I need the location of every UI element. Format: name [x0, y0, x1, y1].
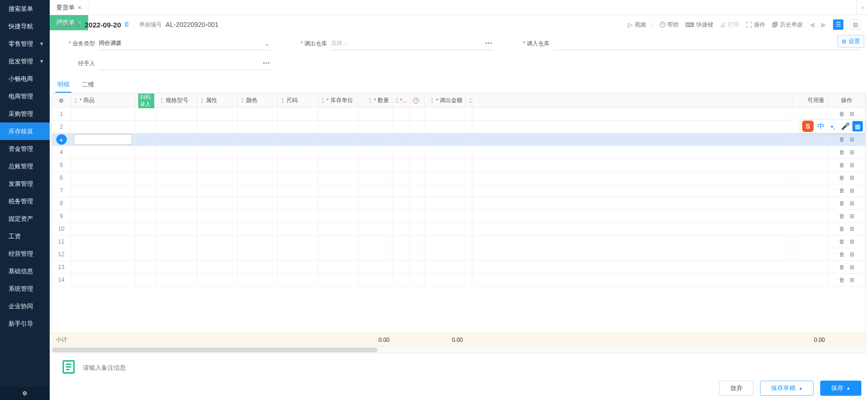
cell-info[interactable]	[410, 121, 425, 133]
cell-spec[interactable]	[157, 184, 197, 197]
cell-available[interactable]	[792, 108, 828, 120]
sidebar-item-15[interactable]: 基础信息	[0, 262, 50, 280]
cell-available[interactable]	[792, 235, 828, 248]
delete-row-icon[interactable]: 🗑	[839, 277, 845, 283]
cell-qty[interactable]	[358, 210, 392, 222]
cell-size[interactable]	[278, 184, 318, 197]
cell-unit[interactable]	[318, 146, 358, 158]
cell-scan[interactable]	[135, 121, 157, 133]
cell-info[interactable]	[410, 108, 425, 120]
cell-spec[interactable]	[157, 172, 197, 184]
cell-scan[interactable]	[135, 197, 157, 209]
table-row[interactable]: 10🗑⊞	[52, 223, 866, 235]
cell-amount[interactable]	[425, 159, 466, 171]
sidebar-item-13[interactable]: 工资	[0, 227, 50, 245]
in-warehouse-select[interactable]: •••	[553, 37, 860, 50]
col-short[interactable]: ▲▼*...	[392, 94, 410, 107]
video-link[interactable]: ▷视频	[628, 21, 646, 29]
cell-size[interactable]	[278, 223, 318, 235]
cell-size[interactable]	[278, 274, 318, 286]
cell-attr[interactable]	[197, 184, 238, 197]
ime-toolbar[interactable]: S 中 •, 🎤 ▦	[800, 119, 865, 133]
cell-size[interactable]	[278, 197, 318, 209]
delete-row-icon[interactable]: 🗑	[839, 187, 845, 194]
tab-1[interactable]: 要货单×	[50, 0, 89, 15]
cell-info[interactable]	[410, 274, 425, 286]
cell-amount[interactable]	[425, 210, 466, 222]
cell-scan[interactable]	[135, 159, 157, 171]
copy-row-icon[interactable]: ⊞	[850, 111, 854, 117]
copy-row-icon[interactable]: ⊞	[850, 174, 854, 181]
cell-unit[interactable]	[318, 274, 358, 286]
copy-row-icon[interactable]: ⊞	[850, 136, 854, 143]
cell-product[interactable]	[71, 223, 135, 235]
cell-product[interactable]	[71, 261, 135, 273]
cell-product[interactable]	[71, 248, 135, 261]
history-link[interactable]: 🗐历史单据	[772, 21, 803, 29]
cell-size[interactable]	[278, 248, 318, 261]
add-row-icon[interactable]: +	[56, 134, 67, 145]
cell-product[interactable]	[71, 146, 135, 158]
tab-2d[interactable]: 二维	[80, 77, 96, 93]
delete-row-icon[interactable]: 🗑	[839, 226, 845, 232]
ime-lang[interactable]: 中	[815, 121, 826, 131]
cell-qty[interactable]	[358, 235, 392, 248]
cell-short[interactable]	[392, 121, 410, 133]
sidebar-item-12[interactable]: 固定资产	[0, 210, 50, 227]
cell-spec[interactable]	[157, 108, 197, 120]
table-row[interactable]: 4🗑⊞	[52, 146, 866, 159]
sidebar-item-16[interactable]: 系统管理	[0, 280, 50, 297]
cell-product[interactable]	[71, 172, 135, 184]
delete-row-icon[interactable]: 🗑	[839, 251, 845, 258]
cell-color[interactable]	[238, 248, 278, 261]
cell-product[interactable]	[71, 184, 135, 197]
cell-available[interactable]	[792, 261, 828, 273]
table-row[interactable]: 1🗑⊞	[52, 108, 866, 121]
config-column-icon[interactable]: ⚙	[52, 94, 71, 107]
cell-scan[interactable]	[135, 210, 157, 222]
sidebar-item-7[interactable]: 库存核算	[0, 122, 50, 140]
cell-amount[interactable]	[425, 248, 466, 261]
more-icon[interactable]: •••	[263, 60, 270, 67]
cell-attr[interactable]	[197, 197, 238, 209]
cell-scan[interactable]	[135, 146, 157, 158]
cell-qty[interactable]	[358, 184, 392, 197]
cell-scan[interactable]	[135, 261, 157, 273]
cell-unit[interactable]	[318, 159, 358, 171]
sidebar-item-11[interactable]: 税务管理	[0, 192, 50, 210]
cell-short[interactable]	[392, 184, 410, 197]
col-info-icon[interactable]: ?	[410, 94, 425, 107]
cell-short[interactable]	[392, 108, 410, 120]
print-link[interactable]: 🖨打印	[720, 21, 739, 29]
cell-available[interactable]	[792, 274, 828, 286]
delete-row-icon[interactable]: 🗑	[839, 111, 845, 117]
cell-available[interactable]	[792, 172, 828, 184]
table-row[interactable]: 2🗑⊞	[52, 121, 866, 133]
cell-attr[interactable]	[197, 210, 238, 222]
cell-qty[interactable]	[358, 146, 392, 158]
cell-scan[interactable]	[135, 133, 157, 146]
cell-available[interactable]	[792, 159, 828, 171]
cell-spec[interactable]	[157, 146, 197, 158]
table-row[interactable]: 13🗑⊞	[52, 261, 866, 274]
cell-product[interactable]	[71, 210, 135, 222]
cell-available[interactable]	[792, 210, 828, 222]
cell-short[interactable]	[392, 235, 410, 248]
delete-row-icon[interactable]: 🗑	[839, 136, 845, 143]
cell-scan[interactable]	[135, 223, 157, 235]
cell-unit[interactable]	[318, 223, 358, 235]
cell-amount[interactable]	[425, 223, 466, 235]
cell-available[interactable]	[792, 197, 828, 209]
cell-unit[interactable]	[318, 197, 358, 209]
copy-row-icon[interactable]: ⊞	[850, 277, 854, 283]
col-size[interactable]: ▲▼尺码	[278, 94, 318, 107]
cell-unit[interactable]	[318, 108, 358, 120]
cell-available[interactable]	[792, 184, 828, 197]
cell-amount[interactable]	[425, 274, 466, 286]
cell-short[interactable]	[392, 274, 410, 286]
sidebar-item-10[interactable]: 发票管理	[0, 175, 50, 192]
cell-attr[interactable]	[197, 261, 238, 273]
cell-size[interactable]	[278, 210, 318, 222]
handler-select[interactable]: •••	[99, 57, 270, 70]
cell-info[interactable]	[410, 172, 425, 184]
